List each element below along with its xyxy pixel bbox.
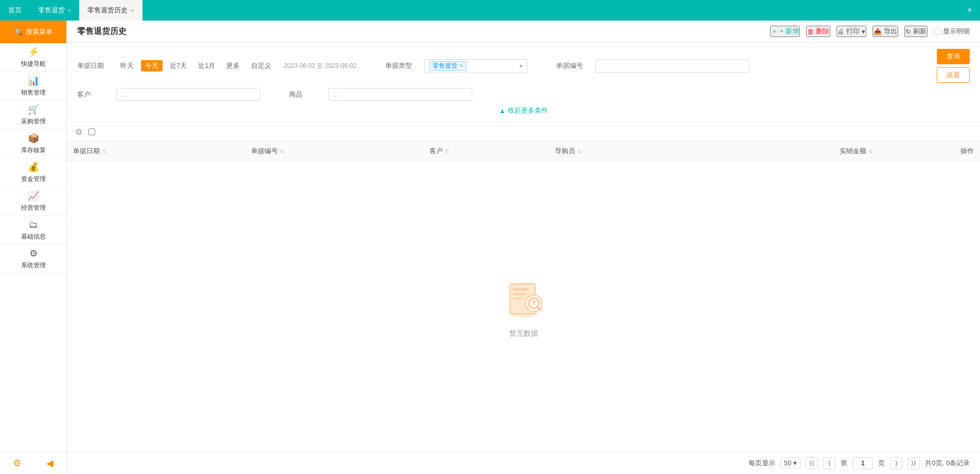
tab-close-icon[interactable]: × [68,7,71,13]
top-tab-首页[interactable]: 首页 [0,0,30,21]
new-button[interactable]: ＋ + 新增 [770,26,800,37]
table-header-row: 单据日期⇅单据编号⇅客户⇅导购员⇅实销金额⇅操作 [67,141,980,161]
filter-row-1: 单据日期 昨天今天近7天近1月更多自定义 2023-06-02 至 2023-0… [77,49,970,83]
page-header: 零售退货历史 ＋ + 新增 🗑 删除 🖨 打印 ▾ 📤 导出 [67,21,980,43]
type-filter-select[interactable]: 零售退货 × ▾ [424,59,527,73]
col-header-实销金额[interactable]: 实销金额⇅ [701,141,879,161]
number-filter-label: 单据编号 [556,61,587,70]
search-icon: 🔍 [14,28,23,36]
sidebar-item-采购管理[interactable]: 🛒 采购管理 [0,101,66,130]
type-filter-label: 单据类型 [385,61,416,70]
date-btn-今天[interactable]: 今天 [141,60,163,71]
page-size-value: 50 [784,459,791,467]
table-toolbar: ⚙ [67,123,980,141]
sort-icon: ⇅ [577,149,581,154]
col-header-导购员[interactable]: 导购员⇅ [549,141,701,161]
set-button[interactable]: 设置 [937,67,970,83]
sidebar-item-label: 库存核算 [21,146,46,155]
prev-page-button[interactable]: ⟨ [823,457,835,469]
col-header-操作: 操作 [879,141,980,161]
sidebar-item-销售管理[interactable]: 📊 销售管理 [0,72,66,101]
table-header: 单据日期⇅单据编号⇅客户⇅导购员⇅实销金额⇅操作 [67,141,980,161]
sidebar-item-库存核算[interactable]: 📦 库存核算 [0,130,66,158]
refresh-button[interactable]: ↻ 刷新 [904,26,928,37]
col-header-单据日期[interactable]: 单据日期⇅ [67,141,245,161]
sidebar-item-icon: 🗂 [29,220,38,230]
svg-rect-3 [513,293,526,295]
page-size-select[interactable]: 50 ▾ [780,458,800,468]
sidebar-item-基础信息[interactable]: 🗂 基础信息 [0,216,66,245]
page-size-arrow: ▾ [793,459,797,467]
sidebar-item-系统管理[interactable]: ⚙ 系统管理 [0,245,66,274]
empty-state: 暂无数据 [67,161,980,451]
pagination: 每页显示 50 ▾ ⟨⟨ ⟨ 第 1 页 ⟩ ⟩⟩ 共0页, 0条记录 [67,451,980,474]
type-tag: 零售退货 × [429,61,467,71]
goods-filter-input[interactable]: ... [328,88,472,101]
top-tab-零售退货历史[interactable]: 零售退货历史× [79,0,142,21]
empty-state-icon [501,275,547,321]
date-btn-近1月[interactable]: 近1月 [194,60,219,71]
sort-icon: ⇅ [445,149,449,154]
select-arrow-icon: ▾ [520,63,523,69]
goods-placeholder: ... [333,90,338,98]
customer-filter-input[interactable]: ... [116,88,260,101]
tab-label: 零售退货历史 [87,6,128,15]
display-toggle-checkbox[interactable] [934,28,941,35]
col-header-客户[interactable]: 客户⇅ [423,141,549,161]
sidebar-item-icon: ⚙ [29,248,38,259]
delete-button[interactable]: 🗑 删除 [806,26,830,37]
page-number-input[interactable]: 1 [852,457,873,469]
top-tab-零售退货[interactable]: 零售退货× [30,0,79,21]
next-page-button[interactable]: ⟩ [890,457,902,469]
window-close-button[interactable]: × [959,0,980,21]
collapse-icon[interactable]: ◀ [46,458,54,469]
sidebar-item-icon: ⚡ [28,46,39,58]
type-tag-close[interactable]: × [459,62,463,69]
content-area: 零售退货历史 ＋ + 新增 🗑 删除 🖨 打印 ▾ 📤 导出 [67,21,980,474]
sidebar-item-label: 快捷导航 [21,60,46,68]
date-filter-label: 单据日期 [77,61,108,70]
query-button[interactable]: 查询 [937,49,970,64]
type-tag-label: 零售退货 [433,62,457,70]
last-page-button[interactable]: ⟩⟩ [907,457,920,469]
col-header-单据编号[interactable]: 单据编号⇅ [245,141,423,161]
filter-row-2: 客户 ... 商品 ... [77,88,970,101]
new-icon: ＋ [771,27,778,36]
sidebar-item-label: 资金管理 [21,175,46,184]
date-btn-近7天[interactable]: 近7天 [166,60,191,71]
tab-close-icon[interactable]: × [131,7,134,13]
sidebar-search-button[interactable]: 🔍 搜索菜单 [0,21,66,43]
number-filter-input[interactable] [595,60,750,72]
table-gear-icon[interactable]: ⚙ [75,127,82,137]
collapse-icon: ▲ [499,107,506,115]
date-btn-自定义[interactable]: 自定义 [247,60,275,71]
sidebar-search-label: 搜索菜单 [26,27,52,37]
svg-rect-4 [513,298,522,300]
date-btn-昨天[interactable]: 昨天 [116,60,138,71]
empty-text: 暂无数据 [509,329,538,338]
sidebar-item-icon: 📈 [28,190,39,202]
sidebar-items: ⚡ 快捷导航 📊 销售管理 🛒 采购管理 📦 库存核算 💰 资金管理 📈 经营管… [0,43,66,274]
sidebar-item-label: 系统管理 [21,261,46,270]
export-button[interactable]: 📤 导出 [872,26,898,37]
sidebar-item-icon: 💰 [28,161,39,173]
page-text: 第 [841,459,847,468]
sort-icon: ⇅ [102,149,106,154]
goods-filter-label: 商品 [289,90,320,99]
sidebar-item-快捷导航[interactable]: ⚡ 快捷导航 [0,43,66,72]
date-btn-更多[interactable]: 更多 [222,60,244,71]
query-set-area: 查询 设置 [937,49,970,83]
collapse-button[interactable]: ▲ 收起更多条件 [77,106,970,115]
delete-icon: 🗑 [807,28,814,35]
print-button[interactable]: 🖨 打印 ▾ [836,26,866,37]
filter-area: 单据日期 昨天今天近7天近1月更多自定义 2023-06-02 至 2023-0… [67,43,980,123]
tab-label: 零售退货 [38,6,65,15]
sidebar-item-资金管理[interactable]: 💰 资金管理 [0,158,66,187]
first-page-button[interactable]: ⟨⟨ [806,457,818,469]
sidebar-item-label: 销售管理 [21,88,46,97]
select-all-checkbox[interactable] [88,129,95,135]
customer-placeholder: ... [121,90,127,98]
display-toggle[interactable]: 显示明细 [934,27,970,36]
settings-icon[interactable]: ⚙ [13,458,21,469]
sidebar-item-经营管理[interactable]: 📈 经营管理 [0,187,66,216]
